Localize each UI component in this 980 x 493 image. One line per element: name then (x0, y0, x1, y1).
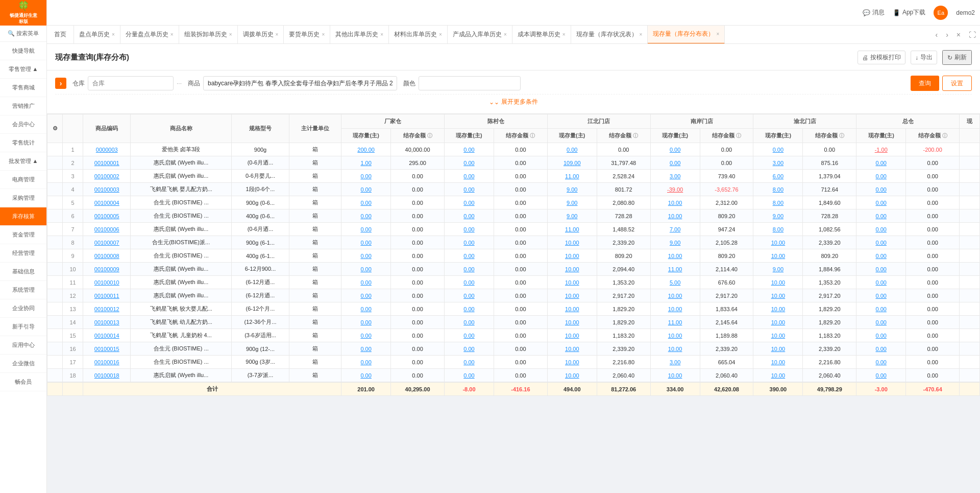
query-button[interactable]: 查询 (911, 76, 939, 91)
app-download-button[interactable]: 📱 App下载 (893, 8, 925, 17)
sidebar-item-wholesale-manage[interactable]: 批发管理 ▲ (0, 152, 46, 171)
sidebar-item-new-guide[interactable]: 新手引导 (0, 318, 46, 336)
data-table: ⚙ 商品编码 商品名称 规格型号 主计量单位 厂家仓 陈村仓 江北门店 南岸门店… (47, 114, 980, 396)
tab-close-material-out-history[interactable]: × (439, 32, 442, 37)
tab-close-stock-single-history[interactable]: × (112, 32, 115, 37)
th-name: 商品名称 (131, 114, 231, 143)
warehouse-ellipsis[interactable]: ··· (177, 80, 182, 87)
sidebar-item-system-manage[interactable]: 系统管理 (0, 281, 46, 299)
message-icon: 💬 (863, 9, 870, 16)
th-code: 商品编码 (83, 114, 131, 143)
tab-branch-stock-history[interactable]: 分量盘点单历史× (120, 26, 179, 44)
sidebar-item-marketing[interactable]: 营销推广 (0, 97, 46, 115)
user-avatar[interactable]: Ea (934, 6, 948, 20)
sidebar-item-finance-manage[interactable]: 资金管理 (0, 226, 46, 244)
sidebar-item-retail-manage[interactable]: 零售管理 ▲ (0, 60, 46, 79)
tab-label-branch-stock-history: 分量盘点单历史 (126, 30, 168, 39)
warehouse-input[interactable] (88, 76, 174, 90)
tab-close-cost-adjust-history[interactable]: × (562, 32, 566, 37)
th-chenshi-group: 陈村仓 (445, 114, 548, 129)
refresh-button[interactable]: ↻ 刷新 (942, 50, 972, 65)
tabs-next-button[interactable]: › (942, 26, 952, 44)
filter-expand-toggle[interactable]: ⌄⌄ 展开更多条件 (55, 94, 972, 108)
tab-close-allocation-history[interactable]: × (276, 32, 279, 37)
tab-cost-adjust-history[interactable]: 成本调整单历史× (512, 26, 571, 44)
table-foot: 合计201.0040,295.00-8.00-416.16494.0081,27… (47, 382, 980, 396)
th-spec: 规格型号 (231, 114, 289, 143)
tab-stock-single-history[interactable]: 盘点单历史× (74, 26, 120, 44)
tab-home[interactable]: 首页 (47, 26, 74, 44)
tab-product-in-history[interactable]: 产成品入库单历史× (448, 26, 512, 44)
tab-close-combo-disassemble-history[interactable]: × (229, 32, 232, 37)
tab-current-stock-dist[interactable]: 现存量（库存分布表）× (648, 26, 725, 44)
print-button[interactable]: 🖨 按模板打印 (857, 51, 905, 64)
chenshi-info-icon[interactable]: ⓘ (530, 133, 535, 138)
export-button[interactable]: ↓ 导出 (911, 51, 937, 64)
tabs-prev-button[interactable]: ‹ (931, 26, 942, 44)
goods-input[interactable] (203, 76, 397, 90)
sidebar-item-enterprise-wechat[interactable]: 企业微信 (0, 355, 46, 373)
refresh-label: 刷新 (954, 53, 967, 62)
tab-other-out-history[interactable]: 其他出库单历史× (330, 26, 389, 44)
sidebar-item-enterprise-coop[interactable]: 企业协同 (0, 299, 46, 318)
tab-close-branch-stock-history[interactable]: × (170, 32, 174, 37)
tab-current-stock-status[interactable]: 现存量（库存状况表）× (571, 26, 648, 44)
message-button[interactable]: 💬 消息 (863, 8, 885, 17)
zong-info-icon[interactable]: ⓘ (942, 133, 947, 138)
sidebar-item-app-center[interactable]: 应用中心 (0, 336, 46, 355)
th-nanao-group: 南岸门店 (650, 114, 753, 129)
sidebar: 🍀 畅捷通好生意 标版 🔍 搜索英单 快捷导航 零售管理 ▲零售商城营销推广会员… (0, 0, 47, 493)
th-index (63, 114, 83, 143)
th-settings[interactable]: ⚙ (47, 114, 63, 143)
sidebar-item-quick-nav[interactable]: 快捷导航 (0, 42, 46, 60)
filter-color: 颜色 (403, 76, 521, 90)
sidebar-item-inventory-check[interactable]: 库存核算 (0, 207, 46, 226)
sidebar-item-ecommerce-manage[interactable]: 电商管理 (0, 171, 46, 189)
th-factory-amt: 结存金额 ⓘ (391, 129, 445, 143)
table-row: 1000100009惠氏启赋 (Wyeth illu...6-12月900...… (47, 263, 980, 276)
tab-close-request-history[interactable]: × (322, 32, 325, 37)
tab-close-other-out-history[interactable]: × (380, 32, 383, 37)
tabs-close-button[interactable]: × (952, 26, 965, 44)
setting-button[interactable]: 设置 (942, 76, 972, 91)
tab-label-combo-disassemble-history: 组装拆卸单历史 (184, 30, 227, 39)
page-title: 现存量查询(库存分布) (55, 53, 129, 62)
goods-label: 商品 (188, 79, 200, 88)
tabs-list: 盘点单历史×分量盘点单历史×组装拆卸单历史×调拨单历史×要货单历史×其他出库单历… (74, 26, 931, 44)
filter-bar: › 仓库 ··· 商品 颜色 查询 设置 ⌄⌄ 展开更多条件 (47, 71, 980, 114)
color-input[interactable] (419, 76, 521, 90)
sidebar-item-retail-stats[interactable]: 零售统计 (0, 134, 46, 152)
nanao-info-icon[interactable]: ⓘ (736, 133, 741, 138)
tab-allocation-history[interactable]: 调拨单历史× (238, 26, 284, 44)
user-initial: Ea (938, 10, 944, 16)
th-unit: 主计量单位 (289, 114, 341, 143)
tab-close-product-in-history[interactable]: × (504, 32, 507, 37)
table-row: 1300100012飞鹤星飞帆 较大婴儿配...(6-12个月...箱0.000… (47, 302, 980, 316)
factory-info-icon[interactable]: ⓘ (427, 133, 432, 138)
filter-goods: 商品 (188, 76, 397, 90)
page-header-top: 现存量查询(库存分布) 🖨 按模板打印 ↓ 导出 ↻ 刷新 (55, 50, 972, 65)
tab-request-history[interactable]: 要货单历史× (284, 26, 330, 44)
yubeimen-info-icon[interactable]: ⓘ (839, 133, 844, 138)
tab-close-current-stock-dist[interactable]: × (716, 31, 719, 37)
sidebar-item-member[interactable]: 畅会员 (0, 373, 46, 391)
filter-toggle-button[interactable]: › (55, 78, 66, 89)
sidebar-item-ops-manage[interactable]: 经营管理 (0, 244, 46, 263)
tab-material-out-history[interactable]: 材料出库单历史× (389, 26, 448, 44)
main-content: 现存量查询(库存分布) 🖨 按模板打印 ↓ 导出 ↻ 刷新 › (47, 44, 980, 493)
page-header-actions: 🖨 按模板打印 ↓ 导出 ↻ 刷新 (857, 50, 972, 65)
tab-label-other-out-history: 其他出库单历史 (335, 30, 378, 39)
tab-close-current-stock-status[interactable]: × (640, 32, 643, 37)
tab-label-stock-single-history: 盘点单历史 (79, 30, 110, 39)
sidebar-item-purchase-manage[interactable]: 采购管理 (0, 189, 46, 207)
tabs-fullscreen-button[interactable]: ⛶ (965, 26, 980, 44)
jiangbei-info-icon[interactable]: ⓘ (633, 133, 638, 138)
tab-combo-disassemble-history[interactable]: 组装拆卸单历史× (179, 26, 238, 44)
sidebar-item-retail-store[interactable]: 零售商城 (0, 79, 46, 97)
header-top-right: 💬 消息 📱 App下载 Ea demo2 (863, 6, 975, 20)
tab-label-allocation-history: 调拨单历史 (243, 30, 274, 39)
th-yubeimen-amt: 结存金额 ⓘ (803, 129, 856, 143)
sidebar-item-basic-info[interactable]: 基础信息 (0, 263, 46, 281)
sidebar-search[interactable]: 🔍 搜索英单 (0, 26, 46, 42)
sidebar-item-member-center[interactable]: 会员中心 (0, 115, 46, 134)
